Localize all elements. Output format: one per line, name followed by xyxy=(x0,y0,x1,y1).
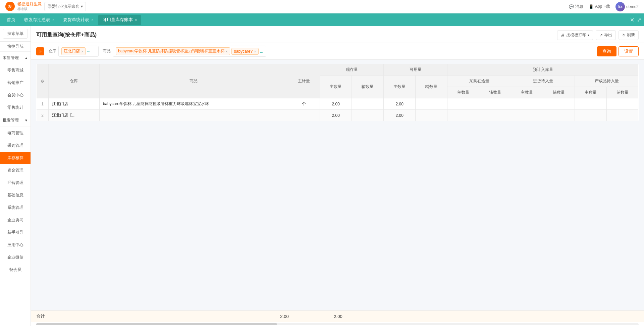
industry-label: 母婴行业演示账套 xyxy=(47,4,79,9)
tab-receive[interactable]: 收发存汇总表 × xyxy=(20,15,58,25)
stock-aux-header: 辅数量 xyxy=(352,76,384,98)
sidebar-item-inventory-mgmt[interactable]: 库存核算 xyxy=(0,152,31,164)
row-1-num: 1 xyxy=(37,98,49,110)
product-tag-2-value: babycare? xyxy=(234,49,253,54)
sidebar-item-operations[interactable]: 经营管理 xyxy=(0,177,31,189)
table-row: 1 江北门店 babycare学饮杯 儿童防摔防撞吸管杯重力球吸嘴杯宝宝水杯 个… xyxy=(37,98,639,110)
export-button[interactable]: ↗ 导出 xyxy=(596,30,616,40)
row-1-stock-main: 2.00 xyxy=(320,98,352,110)
product-col-header: 商品 xyxy=(99,64,288,98)
print-icon: 🖨 xyxy=(561,33,565,38)
sidebar-item-app-center[interactable]: 应用中心 xyxy=(0,239,31,251)
product-tag-2: babycare? × xyxy=(231,48,258,55)
warehouse-more-icon[interactable]: ··· xyxy=(87,49,90,54)
scrollbar-thumb[interactable] xyxy=(36,323,277,325)
print-dropdown-icon: ▾ xyxy=(588,33,589,37)
product-input[interactable]: babycare学饮杯 儿童防摔防撞吸管杯重力球吸嘴杯宝宝水杯 × babyca… xyxy=(113,46,266,57)
warehouse-tag-remove[interactable]: × xyxy=(81,49,83,53)
sidebar-item-retail-stats[interactable]: 零售统计 xyxy=(0,101,31,114)
product-filter-label: 商品 xyxy=(103,48,111,54)
sidebar-section-wholesale: 批发管理 ▼ xyxy=(0,114,31,127)
row-2-num: 2 xyxy=(37,110,49,121)
message-button[interactable]: 💬 消息 xyxy=(569,4,583,9)
tab-home[interactable]: 首页 xyxy=(3,15,19,25)
logo-text: 畅捷通好生意 xyxy=(17,2,42,6)
footer-stock-main: 2.00 xyxy=(271,314,298,319)
top-bar: 好 畅捷通好生意 标准版 母婴行业演示账套 ▾ 💬 消息 📱 App下载 Ea … xyxy=(0,0,644,13)
production-pending-main-header: 主数量 xyxy=(575,87,607,98)
sidebar-item-system[interactable]: 系统管理 xyxy=(0,201,31,214)
product-tag-2-remove[interactable]: × xyxy=(254,49,256,53)
sidebar-item-retail-mall[interactable]: 零售商城 xyxy=(0,64,31,77)
chevron-up-icon: ▲ xyxy=(24,56,28,60)
refresh-icon: ↻ xyxy=(622,33,626,38)
row-2-pp-aux xyxy=(543,110,575,121)
settings-button[interactable]: 设置 xyxy=(619,46,639,56)
tab-inventory-label: 可用量库存账本 xyxy=(102,17,133,23)
export-icon: ↗ xyxy=(599,33,603,38)
tab-order-close[interactable]: × xyxy=(91,18,93,22)
settings-col-header: ⚙ xyxy=(37,64,49,98)
sidebar-item-wechat[interactable]: 企业微信 xyxy=(0,251,31,264)
sidebar-item-ecommerce-label: 电商管理 xyxy=(7,130,23,136)
row-1-product: babycare学饮杯 儿童防摔防撞吸管杯重力球吸嘴杯宝宝水杯 xyxy=(99,98,288,110)
sidebar-item-enterprise[interactable]: 企业协同 xyxy=(0,214,31,226)
tab-receive-close[interactable]: × xyxy=(52,18,54,22)
sidebar-item-system-label: 系统管理 xyxy=(7,205,23,211)
sidebar-search-button[interactable]: 搜索菜单 xyxy=(3,29,28,39)
warehouse-tag: 江北门店 × xyxy=(61,47,86,55)
table-settings-icon[interactable]: ⚙ xyxy=(41,79,44,84)
purchase-onway-aux-header: 辅数量 xyxy=(479,87,511,98)
row-2-unit xyxy=(288,110,320,121)
app-download-button[interactable]: 📱 App下载 xyxy=(589,4,610,9)
sidebar-quick-nav[interactable]: 快捷导航 xyxy=(0,42,31,52)
top-bar-left: 好 畅捷通好生意 标准版 母婴行业演示账套 ▾ xyxy=(5,2,86,11)
horizontal-scrollbar[interactable] xyxy=(31,322,644,326)
print-button[interactable]: 🖨 按模板打印 ▾ xyxy=(557,30,593,40)
filter-actions: 查询 设置 xyxy=(597,46,639,56)
row-1-pp-aux xyxy=(543,98,575,110)
sidebar-item-finance[interactable]: 资金管理 xyxy=(0,164,31,177)
sidebar-item-ecommerce[interactable]: 电商管理 xyxy=(0,127,31,139)
sidebar-item-marketing[interactable]: 营销推广 xyxy=(0,77,31,89)
row-1-stock-aux xyxy=(352,98,384,110)
row-2-po-main xyxy=(447,110,479,121)
user-menu[interactable]: Ea demo2 xyxy=(615,2,639,11)
logo-icon: 好 xyxy=(5,2,15,11)
sidebar-item-basics[interactable]: 基础信息 xyxy=(0,189,31,201)
maximize-icon[interactable]: ⤢ xyxy=(637,17,641,23)
product-tag-1-remove[interactable]: × xyxy=(226,49,228,53)
product-more-icon[interactable]: ... xyxy=(260,49,263,54)
refresh-label: 刷新 xyxy=(627,32,635,38)
download-icon: 📱 xyxy=(589,4,594,9)
sidebar-item-retail-mgmt[interactable]: 零售管理 ▲ xyxy=(0,52,31,64)
tab-inventory-close[interactable]: × xyxy=(135,18,137,22)
close-all-tabs-icon[interactable]: ✕ xyxy=(630,17,634,23)
sidebar-item-enterprise-label: 企业协同 xyxy=(7,217,23,223)
refresh-button[interactable]: ↻ 刷新 xyxy=(619,30,639,40)
tab-inventory[interactable]: 可用量库存账本 × xyxy=(98,15,141,25)
row-1-pp-main xyxy=(511,98,543,110)
sidebar-item-member[interactable]: 会员中心 xyxy=(0,89,31,101)
industry-selector[interactable]: 母婴行业演示账套 ▾ xyxy=(44,2,86,11)
scrollbar-track[interactable] xyxy=(36,323,639,325)
stock-group-header: 现存量 xyxy=(320,64,384,76)
sidebar-item-purchase[interactable]: 采购管理 xyxy=(0,139,31,152)
sidebar-item-vip[interactable]: 畅会员 xyxy=(0,264,31,276)
sidebar-item-operations-label: 经营管理 xyxy=(7,180,23,186)
warehouse-input[interactable]: 江北门店 × ··· xyxy=(58,46,99,57)
sidebar-item-wholesale[interactable]: 批发管理 ▼ xyxy=(0,114,31,127)
sidebar-item-guide[interactable]: 新手引导 xyxy=(0,226,31,239)
tab-order[interactable]: 要货单统计表 × xyxy=(59,15,97,25)
purchase-onway-header: 采购在途量 xyxy=(447,76,511,87)
sidebar-section-retail: 零售管理 ▲ 零售商城 营销推广 会员中心 零售统计 xyxy=(0,52,31,114)
row-1-available-aux xyxy=(416,98,447,110)
purchase-pending-aux-header: 辅数量 xyxy=(543,87,575,98)
expand-filter-button[interactable]: » xyxy=(36,47,44,55)
row-1-po-aux xyxy=(479,98,511,110)
purchase-pending-main-header: 主数量 xyxy=(511,87,543,98)
query-button[interactable]: 查询 xyxy=(597,46,616,56)
row-1-warehouse: 江北门店 xyxy=(49,98,100,110)
top-bar-right: 💬 消息 📱 App下载 Ea demo2 xyxy=(569,2,639,11)
product-filter: 商品 babycare学饮杯 儿童防摔防撞吸管杯重力球吸嘴杯宝宝水杯 × bab… xyxy=(103,46,266,57)
